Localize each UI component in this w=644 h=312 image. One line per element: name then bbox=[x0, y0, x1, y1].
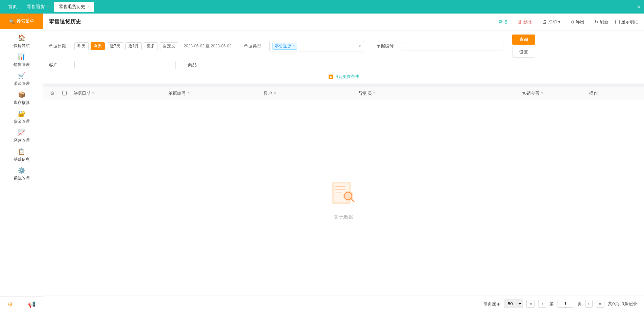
print-button[interactable]: 🖨 打印 ▾ bbox=[539, 17, 564, 27]
show-detail-toggle[interactable]: 显示明细 bbox=[615, 19, 639, 25]
page-actions: + 新增 🗑 删除 🖨 打印 ▾ ⊙ 导出 ↻ 刷新 bbox=[492, 17, 639, 27]
filter-settings-button[interactable]: 设置 bbox=[512, 47, 535, 58]
tab-bar: 首页 零售退货 × 零售退货历史 × bbox=[3, 2, 636, 12]
collapse-button[interactable]: 🔼 收起更多条件 bbox=[328, 74, 359, 80]
date-btn-more[interactable]: 更多 bbox=[144, 42, 158, 50]
window-close-button[interactable]: × bbox=[637, 3, 641, 10]
tab-retail-return-history-close[interactable]: × bbox=[87, 5, 89, 9]
tab-retail-return-close[interactable]: × bbox=[47, 5, 49, 9]
customer-select[interactable]: ... bbox=[74, 61, 176, 69]
table-settings-icon[interactable]: ⚙ bbox=[46, 90, 58, 96]
select-all-checkbox[interactable] bbox=[62, 91, 67, 95]
sales-icon: 📊 bbox=[18, 53, 25, 61]
system-icon: ⚙️ bbox=[18, 167, 25, 174]
date-btn-custom[interactable]: 自定义 bbox=[160, 42, 178, 50]
refresh-icon: ↻ bbox=[595, 19, 598, 24]
date-btn-yesterday[interactable]: 昨天 bbox=[74, 42, 89, 50]
quick-nav-icon: 🏠 bbox=[18, 34, 25, 42]
delete-icon: 🗑 bbox=[518, 19, 522, 24]
tab-retail-return-label: 零售退货 bbox=[27, 4, 45, 10]
th-guide: 导购员 ⇅ bbox=[356, 90, 451, 96]
th-customer-label: 客户 bbox=[263, 90, 272, 96]
top-bar: 首页 零售退货 × 零售退货历史 × × bbox=[0, 0, 644, 14]
first-page-button[interactable]: « bbox=[526, 300, 535, 308]
tab-retail-return[interactable]: 零售退货 × bbox=[22, 2, 53, 12]
sidebar-item-purchase-label: 采购管理 bbox=[14, 81, 30, 87]
goods-label: 商品 bbox=[188, 62, 208, 68]
th-ops-label: 操作 bbox=[589, 90, 598, 96]
show-detail-checkbox[interactable] bbox=[615, 20, 620, 24]
th-customer-sort[interactable]: ⇅ bbox=[273, 91, 276, 95]
tab-home-label: 首页 bbox=[8, 4, 17, 10]
sidebar-item-purchase[interactable]: 🛒 采购管理 bbox=[0, 70, 43, 89]
sidebar-search-label: 搜索菜单 bbox=[17, 18, 34, 24]
th-ops: 操作 bbox=[546, 90, 642, 96]
th-amount: 实销金额 ⇅ bbox=[451, 90, 546, 96]
export-button[interactable]: ⊙ 导出 bbox=[567, 17, 588, 27]
th-guide-label: 导购员 bbox=[359, 90, 372, 96]
th-guide-sort[interactable]: ⇅ bbox=[373, 91, 376, 95]
sidebar-item-inventory-label: 库存核算 bbox=[14, 100, 30, 106]
sidebar-settings-icon[interactable]: ⚙ bbox=[7, 301, 13, 308]
sidebar-item-basic-info[interactable]: 📋 基础信息 bbox=[0, 146, 43, 164]
sidebar-search[interactable]: 🔍 搜索菜单 bbox=[0, 14, 43, 29]
pagination: 每页显示 50 100 200 « ‹ 第 1 页 › » 共0页, 0条记录 bbox=[43, 295, 644, 312]
empty-illustration bbox=[327, 175, 361, 209]
sidebar-item-quick-nav-label: 快捷导航 bbox=[14, 43, 30, 49]
type-tag: 零售退货 × bbox=[272, 43, 297, 50]
empty-state: 暂无数据 bbox=[43, 100, 644, 295]
purchase-icon: 🛒 bbox=[18, 72, 25, 80]
sidebar-item-system[interactable]: ⚙️ 系统管理 bbox=[0, 164, 43, 183]
page-label: 第 bbox=[549, 301, 554, 307]
content-area: 零售退货历史 + 新增 🗑 删除 🖨 打印 ▾ ⊙ 导出 ↻ bbox=[43, 14, 644, 312]
page-number-input[interactable]: 1 bbox=[557, 300, 574, 308]
customer-label: 客户 bbox=[49, 62, 69, 68]
th-date-sort[interactable]: ⇅ bbox=[92, 91, 95, 95]
next-page-button[interactable]: › bbox=[585, 300, 593, 308]
show-detail-label: 显示明细 bbox=[621, 19, 639, 25]
sidebar-item-inventory[interactable]: 📦 库存核算 bbox=[0, 89, 43, 108]
sidebar-item-operations-label: 经营管理 bbox=[14, 138, 30, 143]
type-select[interactable]: 零售退货 × ▾ bbox=[269, 41, 364, 51]
prev-page-button[interactable]: ‹ bbox=[538, 300, 546, 308]
delete-button[interactable]: 🗑 删除 bbox=[514, 17, 535, 27]
refresh-button[interactable]: ↻ 刷新 bbox=[591, 17, 612, 27]
type-tag-label: 零售退货 bbox=[275, 43, 291, 49]
main-layout: 🔍 搜索菜单 🏠 快捷导航 📊 销售管理 🛒 采购管理 📦 库存核算 🔐 bbox=[0, 14, 644, 312]
filter-row-1: 单据日期 昨天 今天 近7天 近1月 更多 自定义 2023-06-02 至 2… bbox=[49, 35, 639, 58]
tab-home[interactable]: 首页 bbox=[3, 2, 22, 12]
sidebar-item-sales[interactable]: 📊 销售管理 bbox=[0, 51, 43, 70]
tab-retail-return-history[interactable]: 零售退货历史 × bbox=[54, 2, 94, 12]
doc-no-input[interactable] bbox=[402, 42, 503, 50]
sidebar-item-operations[interactable]: 📈 经营管理 bbox=[0, 127, 43, 146]
export-label: 导出 bbox=[576, 19, 585, 25]
date-btn-7days[interactable]: 近7天 bbox=[107, 42, 123, 50]
type-tag-close[interactable]: × bbox=[292, 44, 295, 48]
table-area: ⚙ 单据日期 ⇅ 单据编号 ⇅ 客户 ⇅ 导购员 ⇅ bbox=[43, 87, 644, 295]
sidebar-speaker-icon[interactable]: 📢 bbox=[28, 301, 35, 308]
page-header: 零售退货历史 + 新增 🗑 删除 🖨 打印 ▾ ⊙ 导出 ↻ bbox=[43, 14, 644, 30]
date-filter-group: 昨天 今天 近7天 近1月 更多 自定义 bbox=[74, 42, 178, 50]
sidebar-footer: ⚙ 📢 bbox=[0, 296, 43, 312]
sidebar: 🔍 搜索菜单 🏠 快捷导航 📊 销售管理 🛒 采购管理 📦 库存核算 🔐 bbox=[0, 14, 43, 312]
sidebar-item-quick-nav[interactable]: 🏠 快捷导航 bbox=[0, 32, 43, 51]
search-icon: 🔍 bbox=[9, 19, 15, 24]
filter-actions: 查询 设置 bbox=[512, 35, 535, 58]
sidebar-item-sales-label: 销售管理 bbox=[14, 62, 30, 68]
date-btn-today[interactable]: 今天 bbox=[91, 42, 105, 50]
last-page-button[interactable]: » bbox=[596, 300, 604, 308]
goods-select[interactable]: ... bbox=[214, 61, 315, 69]
query-button[interactable]: 查询 bbox=[512, 35, 535, 45]
th-docno-sort[interactable]: ⇅ bbox=[187, 91, 190, 95]
new-button[interactable]: + 新增 bbox=[492, 17, 511, 27]
doc-no-label: 单据编号 bbox=[376, 43, 397, 49]
date-btn-1month[interactable]: 近1月 bbox=[125, 42, 142, 50]
page-size-select[interactable]: 50 100 200 bbox=[504, 299, 523, 308]
th-amount-sort[interactable]: ⇅ bbox=[541, 91, 544, 95]
table-select-all[interactable] bbox=[58, 91, 70, 95]
date-label: 单据日期 bbox=[49, 43, 69, 49]
table-header: ⚙ 单据日期 ⇅ 单据编号 ⇅ 客户 ⇅ 导购员 ⇅ bbox=[43, 87, 644, 100]
refresh-label: 刷新 bbox=[600, 19, 609, 25]
sidebar-item-finance[interactable]: 🔐 资金管理 bbox=[0, 108, 43, 127]
th-date: 单据日期 ⇅ bbox=[70, 90, 166, 96]
